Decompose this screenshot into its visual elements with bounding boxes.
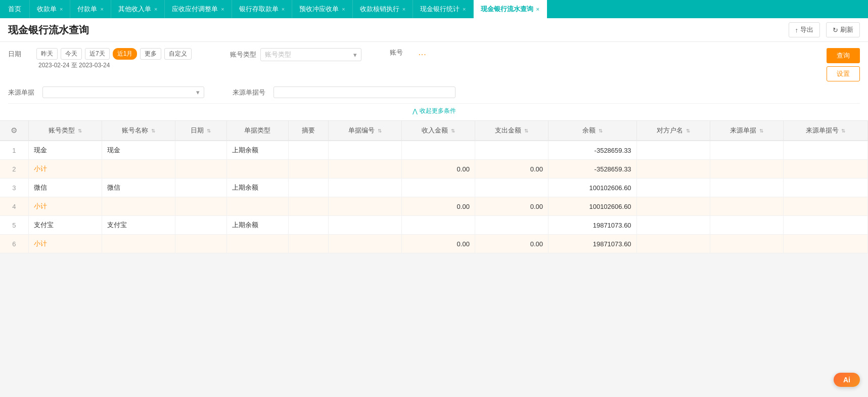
cell-balance: 100102606.60: [549, 179, 637, 197]
col-balance[interactable]: 余额 ⇅: [549, 121, 637, 141]
cell-counter-party: [636, 197, 710, 216]
row-num: 5: [0, 216, 28, 235]
account-type-select[interactable]: 账号类型 ▾: [260, 48, 361, 61]
cell-income: [401, 179, 475, 197]
cell-expense: [475, 141, 548, 160]
col-doc-no[interactable]: 单据编号 ⇅: [328, 121, 401, 141]
cell-source-doc: [710, 216, 783, 235]
col-date-label: 日期: [191, 126, 204, 134]
sort-source-doc-no-icon: ⇅: [841, 128, 845, 134]
source-doc-chevron-icon: ▾: [196, 89, 200, 96]
nav-tab-5[interactable]: 预收冲应收单 ×: [292, 0, 352, 18]
export-button[interactable]: ↑ 导出: [789, 22, 820, 37]
col-counter-party-label: 对方户名: [657, 126, 683, 134]
close-tab-1-icon[interactable]: ×: [100, 6, 103, 12]
date-btn-1month[interactable]: 近1月: [113, 48, 138, 60]
cell-counter-party: [636, 141, 710, 160]
sort-account-name-icon: ⇅: [151, 128, 155, 134]
close-tab-0-icon[interactable]: ×: [60, 6, 63, 12]
refresh-button[interactable]: ↻ 刷新: [826, 22, 860, 37]
cell-account-name: 微信: [102, 179, 175, 197]
col-settings[interactable]: ⚙: [0, 121, 28, 141]
cell-doc-no: [328, 160, 401, 179]
table-row: 2小计0.000.00-3528659.33: [0, 160, 868, 179]
close-tab-7-icon[interactable]: ×: [463, 6, 466, 12]
nav-tab-3[interactable]: 应收应付调整单 ×: [165, 0, 232, 18]
row-num: 3: [0, 179, 28, 197]
nav-home[interactable]: 首页: [0, 0, 30, 18]
query-button[interactable]: 查询: [827, 48, 860, 63]
col-account-type[interactable]: 账号类型 ⇅: [28, 121, 102, 141]
cell-expense: 0.00: [475, 160, 548, 179]
date-btn-more[interactable]: 更多: [140, 48, 161, 60]
filter-row-2: 来源单据 ▾ 来源单据号: [8, 86, 860, 98]
cell-income: 0.00: [401, 197, 475, 216]
nav-tab-2[interactable]: 其他收入单 ×: [111, 0, 165, 18]
date-filter-block: 日期 昨天 今天 近7天 近1月 更多 自定义 2023-02-24 至 202…: [8, 48, 192, 70]
col-income[interactable]: 收入金额 ⇅: [401, 121, 475, 141]
account-type-chevron-icon: ▾: [353, 51, 357, 59]
cell-balance: -3528659.33: [549, 141, 637, 160]
close-tab-8-icon[interactable]: ×: [536, 6, 539, 12]
date-options: 昨天 今天 近7天 近1月 更多 自定义: [36, 48, 192, 60]
close-tab-2-icon[interactable]: ×: [154, 6, 157, 12]
cell-source-doc-no: [783, 197, 867, 216]
nav-tab-6[interactable]: 收款核销执行 ×: [353, 0, 413, 18]
col-doc-type[interactable]: 单据类型: [226, 121, 288, 141]
col-counter-party[interactable]: 对方户名 ⇅: [636, 121, 710, 141]
date-btn-yesterday[interactable]: 昨天: [36, 48, 58, 60]
sort-account-type-icon: ⇅: [78, 128, 82, 134]
close-tab-6-icon[interactable]: ×: [402, 6, 405, 12]
cell-source-doc-no: [783, 216, 867, 235]
close-tab-3-icon[interactable]: ×: [221, 6, 224, 12]
sort-counter-party-icon: ⇅: [686, 128, 690, 134]
cell-date: [175, 179, 226, 197]
date-btn-today[interactable]: 今天: [61, 48, 82, 60]
refresh-icon: ↻: [833, 26, 838, 34]
cell-income: [401, 141, 475, 160]
cell-balance: 19871073.60: [549, 235, 637, 253]
nav-tab-8[interactable]: 现金银行流水查询 ×: [474, 0, 547, 18]
cell-doc-type: 上期余额: [226, 216, 288, 235]
col-date[interactable]: 日期 ⇅: [175, 121, 226, 141]
cell-doc-type: [226, 197, 288, 216]
source-doc-select[interactable]: ▾: [42, 86, 204, 98]
cell-account-name: [102, 160, 175, 179]
col-summary[interactable]: 摘要: [288, 121, 328, 141]
filter-area: 日期 昨天 今天 近7天 近1月 更多 自定义 2023-02-24 至 202…: [0, 42, 868, 121]
cell-summary: [288, 197, 328, 216]
col-summary-label: 摘要: [302, 126, 315, 134]
col-source-doc-no-label: 来源单据号: [806, 126, 839, 134]
table-settings-icon[interactable]: ⚙: [11, 126, 17, 135]
date-range-display: 2023-02-24 至 2023-03-24: [38, 62, 110, 69]
cell-account-type: 小计: [28, 160, 102, 179]
sort-balance-icon: ⇅: [599, 128, 603, 134]
cell-date: [175, 235, 226, 253]
collapse-filter-row[interactable]: ⋀ 收起更多条件: [8, 103, 860, 118]
col-source-doc-no[interactable]: 来源单据号 ⇅: [783, 121, 867, 141]
cell-doc-no: [328, 235, 401, 253]
cell-summary: [288, 160, 328, 179]
row-num: 4: [0, 197, 28, 216]
source-doc-no-input[interactable]: [273, 86, 455, 98]
account-more-icon[interactable]: ...: [418, 48, 426, 57]
cell-expense: 0.00: [475, 235, 548, 253]
col-source-doc[interactable]: 来源单据 ⇅: [710, 121, 783, 141]
nav-tab-1[interactable]: 付款单 ×: [70, 0, 111, 18]
col-expense[interactable]: 支出金额 ⇅: [475, 121, 548, 141]
close-tab-5-icon[interactable]: ×: [342, 6, 345, 12]
nav-tab-0[interactable]: 收款单 ×: [30, 0, 70, 18]
close-tab-4-icon[interactable]: ×: [282, 6, 285, 12]
sort-income-icon: ⇅: [451, 128, 455, 134]
col-income-label: 收入金额: [422, 126, 448, 134]
nav-tab-4[interactable]: 银行存取款单 ×: [232, 0, 292, 18]
cell-doc-type: [226, 235, 288, 253]
date-btn-7days[interactable]: 近7天: [85, 48, 110, 60]
nav-tab-7[interactable]: 现金银行统计 ×: [413, 0, 473, 18]
date-btn-custom[interactable]: 自定义: [164, 48, 192, 60]
col-account-name[interactable]: 账号名称 ⇅: [102, 121, 175, 141]
cell-date: [175, 160, 226, 179]
cell-doc-no: [328, 179, 401, 197]
settings-button[interactable]: 设置: [827, 66, 860, 81]
cell-source-doc: [710, 179, 783, 197]
